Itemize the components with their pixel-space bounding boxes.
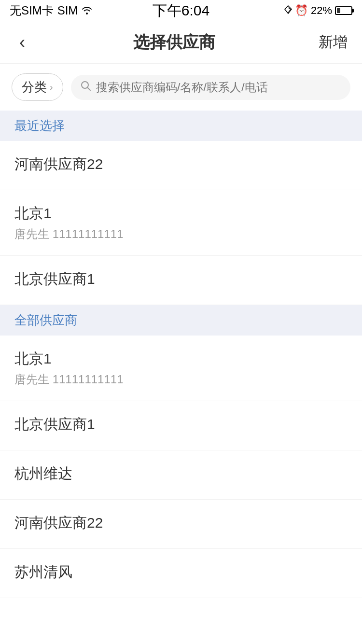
category-label: 分类 xyxy=(22,79,47,96)
nav-bar: ‹ 选择供应商 新增 xyxy=(0,21,362,64)
item-name: 北京供应商1 xyxy=(14,415,348,434)
wifi-icon xyxy=(82,4,92,17)
battery-icon xyxy=(335,6,352,15)
page-title: 选择供应商 xyxy=(133,31,215,54)
search-input[interactable] xyxy=(96,81,341,94)
item-name: 北京供应商1 xyxy=(14,269,348,289)
search-box[interactable] xyxy=(71,75,350,100)
item-detail: 唐先生 11111111111 xyxy=(14,226,348,242)
item-name: 河南供应商22 xyxy=(14,154,348,174)
list-item[interactable]: 北京1唐先生 11111111111 xyxy=(0,336,362,401)
location-icon xyxy=(284,4,292,17)
battery-percent: 22% xyxy=(311,4,332,17)
recent-section-header: 最近选择 xyxy=(0,111,362,141)
list-item[interactable]: 苏州清风 xyxy=(0,549,362,598)
status-right: ⏰ 22% xyxy=(284,4,352,17)
item-name: 杭州维达 xyxy=(14,464,348,484)
all-section-header: 全部供应商 xyxy=(0,305,362,336)
all-items-list: 北京1唐先生 11111111111北京供应商1杭州维达河南供应商22苏州清风 xyxy=(0,336,362,598)
item-name: 北京1 xyxy=(14,204,348,224)
list-item[interactable]: 杭州维达 xyxy=(0,450,362,500)
recent-section-label: 最近选择 xyxy=(14,118,65,133)
list-item[interactable]: 北京供应商1 xyxy=(0,256,362,305)
carrier-text: 无SIM卡 xyxy=(10,3,54,18)
search-icon xyxy=(81,81,91,94)
list-item[interactable]: 河南供应商22 xyxy=(0,500,362,549)
list-item[interactable]: 北京供应商1 xyxy=(0,401,362,450)
item-name: 苏州清风 xyxy=(14,562,348,582)
item-detail: 唐先生 11111111111 xyxy=(14,372,348,387)
list-item[interactable]: 北京1唐先生 11111111111 xyxy=(0,190,362,256)
status-time: 下午6:04 xyxy=(153,1,209,21)
add-button[interactable]: 新增 xyxy=(319,32,348,52)
back-button[interactable]: ‹ xyxy=(14,28,30,57)
item-name: 河南供应商22 xyxy=(14,513,348,533)
status-left: 无SIM卡 SIM xyxy=(10,3,92,18)
item-name: 北京1 xyxy=(14,349,348,369)
recent-items-list: 河南供应商22北京1唐先生 11111111111北京供应商1 xyxy=(0,141,362,305)
all-section-label: 全部供应商 xyxy=(14,313,77,327)
status-bar: 无SIM卡 SIM 下午6:04 ⏰ 22% xyxy=(0,0,362,21)
chevron-right-icon: › xyxy=(50,82,53,93)
list-item[interactable]: 河南供应商22 xyxy=(0,141,362,190)
alarm-icon: ⏰ xyxy=(295,4,308,17)
category-button[interactable]: 分类 › xyxy=(12,73,63,101)
svg-line-1 xyxy=(87,87,90,90)
filter-bar: 分类 › xyxy=(0,64,362,111)
sim-icon: SIM xyxy=(57,4,78,17)
